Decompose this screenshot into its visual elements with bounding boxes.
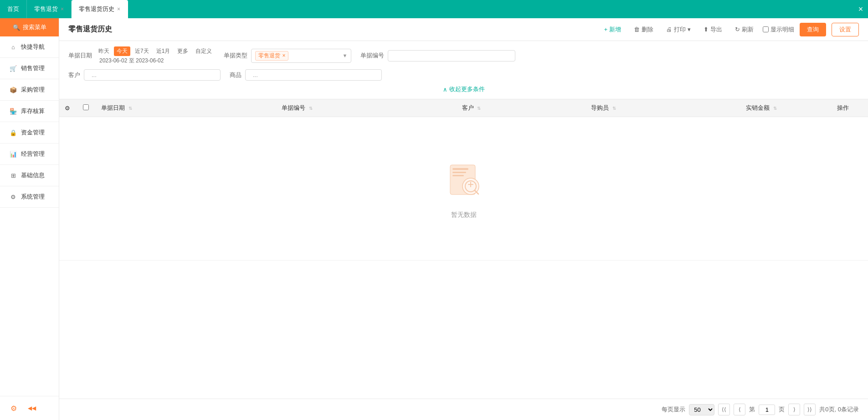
display-detail-checkbox[interactable]: 显示明细 <box>763 26 794 34</box>
th-amount[interactable]: 实销金额 ⇅ <box>740 99 832 117</box>
display-detail-input[interactable] <box>763 26 769 32</box>
select-all-checkbox[interactable] <box>83 104 89 110</box>
refresh-icon: ↻ <box>735 26 740 33</box>
sidebar: 🔍 搜索菜单 ⌂ 快捷导航 🛒 销售管理 📦 采购管理 🏪 库存核算 🔒 资金管… <box>0 18 59 420</box>
filter-row-2: 客户 ... 商品 ... <box>68 69 859 81</box>
tab-retail-return-history-close[interactable]: × <box>117 6 120 12</box>
export-icon: ⬆ <box>704 26 709 33</box>
settings-icon: ⚙ <box>9 193 17 201</box>
th-actions-label: 操作 <box>837 104 849 111</box>
export-button[interactable]: ⬆ 导出 <box>700 24 726 36</box>
delete-button[interactable]: 🗑 删除 <box>630 24 657 36</box>
tab-retail-return[interactable]: 零售退货 × <box>27 0 72 18</box>
th-amount-label: 实销金额 <box>746 104 770 111</box>
page-number-input[interactable] <box>759 405 775 415</box>
volume-button[interactable]: ◀◀ <box>26 402 38 415</box>
table-head: ⚙ 单据日期 ⇅ 单据编号 ⇅ <box>59 99 868 117</box>
sidebar-item-quick-nav-label: 快捷导航 <box>21 43 45 51</box>
filter-type-tag-close[interactable]: × <box>282 52 285 59</box>
grid-icon: ⊞ <box>9 171 17 179</box>
gear-bottom-button[interactable]: ⚙ <box>7 402 20 415</box>
sidebar-item-sales-mgmt[interactable]: 🛒 销售管理 <box>0 58 59 79</box>
th-actions: 操作 <box>832 99 868 117</box>
print-dropdown-icon: ▾ <box>688 26 691 33</box>
cart-icon: 🛒 <box>9 64 17 72</box>
th-checkbox[interactable] <box>77 99 96 117</box>
page-unit: 页 <box>779 405 785 414</box>
date-range-text: 2023-06-02 至 2023-06-02 <box>99 57 215 65</box>
th-customer[interactable]: 客户 ⇅ <box>457 99 586 117</box>
refresh-button[interactable]: ↻ 刷新 <box>731 24 757 36</box>
svg-rect-1 <box>452 168 468 170</box>
sidebar-item-basic-info[interactable]: ⊞ 基础信息 <box>0 165 59 186</box>
last-page-button[interactable]: ⟩⟩ <box>804 404 816 415</box>
empty-state: 暂无数据 <box>65 122 863 256</box>
collapse-button[interactable]: ∧ 收起更多条件 <box>443 85 485 93</box>
filter-type-item: 单据类型 零售退货 × ▼ <box>224 49 351 63</box>
th-date[interactable]: 单据日期 ⇅ <box>96 99 276 117</box>
setting-button[interactable]: 设置 <box>832 23 859 36</box>
date-btn-more[interactable]: 更多 <box>175 46 191 56</box>
table-wrapper: ⚙ 单据日期 ⇅ 单据编号 ⇅ <box>59 99 868 399</box>
lock-icon: 🔒 <box>9 128 17 137</box>
filter-area: 单据日期 昨天 今天 近7天 近1月 更多 自定义 2023-06-02 至 2… <box>59 41 868 99</box>
sidebar-item-operation[interactable]: 📊 经营管理 <box>0 143 59 165</box>
th-settings[interactable]: ⚙ <box>59 99 77 117</box>
date-btn-today[interactable]: 今天 <box>114 46 130 56</box>
prev-page-button[interactable]: ⟨ <box>734 404 745 415</box>
tab-retail-return-close[interactable]: × <box>61 6 64 12</box>
content-area: 零售退货历史 + 新增 🗑 删除 🖨 打印 ▾ ⬆ 导出 ↻ <box>59 18 868 420</box>
tab-home-label: 首页 <box>7 5 19 13</box>
th-date-sort-icon: ⇅ <box>128 106 132 111</box>
th-date-label: 单据日期 <box>101 104 125 111</box>
add-button[interactable]: + 新增 <box>601 24 625 36</box>
collapse-icon: ∧ <box>443 86 447 93</box>
page-size-label: 每页显示 <box>662 405 685 414</box>
date-btn-7days[interactable]: 近7天 <box>132 46 152 56</box>
filter-number-input[interactable] <box>388 50 515 61</box>
filter-date-group: 昨天 今天 近7天 近1月 更多 自定义 2023-06-02 至 2023-0… <box>96 46 215 65</box>
filter-number-item: 单据编号 <box>360 50 515 61</box>
sidebar-search[interactable]: 🔍 搜索菜单 <box>0 18 59 36</box>
sidebar-item-sales-mgmt-label: 销售管理 <box>21 64 45 72</box>
tab-retail-return-history-label: 零售退货历史 <box>79 5 114 13</box>
filter-number-label: 单据编号 <box>360 51 384 60</box>
tab-retail-return-label: 零售退货 <box>34 5 58 13</box>
sidebar-item-inventory-label: 库存核算 <box>21 107 45 115</box>
first-page-button[interactable]: ⟨⟨ <box>718 404 730 415</box>
pagination-bar: 每页显示 50 10 20 100 ⟨⟨ ⟨ 第 页 ⟩ ⟩⟩ 共0页, 0条记… <box>59 399 868 420</box>
tab-home[interactable]: 首页 <box>0 0 27 18</box>
empty-state-row: 暂无数据 <box>59 117 868 261</box>
filter-type-select[interactable]: 零售退货 × ▼ <box>251 49 351 63</box>
filter-date-label: 单据日期 <box>68 51 92 60</box>
date-btn-yesterday[interactable]: 昨天 <box>96 46 112 56</box>
sidebar-item-sys-mgmt[interactable]: ⚙ 系统管理 <box>0 186 59 208</box>
sidebar-item-finance[interactable]: 🔒 资金管理 <box>0 122 59 143</box>
window-close-button[interactable]: × <box>853 2 868 16</box>
filter-goods-select[interactable]: ... <box>245 69 382 81</box>
table-settings-icon[interactable]: ⚙ <box>65 105 70 112</box>
tab-retail-return-history[interactable]: 零售退货历史 × <box>72 0 128 18</box>
sidebar-item-quick-nav[interactable]: ⌂ 快捷导航 <box>0 36 59 58</box>
date-btn-1month[interactable]: 近1月 <box>154 46 173 56</box>
search-icon: 🔍 <box>13 24 20 31</box>
sidebar-item-purchase-mgmt[interactable]: 📦 采购管理 <box>0 79 59 101</box>
date-btn-custom[interactable]: 自定义 <box>193 46 215 56</box>
th-guide[interactable]: 导购员 ⇅ <box>586 99 740 117</box>
th-guide-sort-icon: ⇅ <box>612 106 616 111</box>
page-label: 第 <box>749 405 755 414</box>
filter-type-label: 单据类型 <box>224 51 247 60</box>
th-customer-sort-icon: ⇅ <box>477 106 481 111</box>
type-dropdown-icon: ▼ <box>342 53 347 58</box>
empty-state-cell: 暂无数据 <box>59 117 868 261</box>
empty-state-text: 暂无数据 <box>451 211 477 219</box>
print-button[interactable]: 🖨 打印 ▾ <box>663 24 694 36</box>
page-header: 零售退货历史 + 新增 🗑 删除 🖨 打印 ▾ ⬆ 导出 ↻ <box>59 18 868 41</box>
page-size-select[interactable]: 50 10 20 100 <box>689 404 714 415</box>
th-guide-label: 导购员 <box>591 104 609 111</box>
th-number[interactable]: 单据编号 ⇅ <box>276 99 457 117</box>
sidebar-item-inventory[interactable]: 🏪 库存核算 <box>0 101 59 122</box>
query-button[interactable]: 查询 <box>800 23 826 36</box>
next-page-button[interactable]: ⟩ <box>788 404 800 415</box>
filter-customer-select[interactable]: ... <box>84 69 221 81</box>
